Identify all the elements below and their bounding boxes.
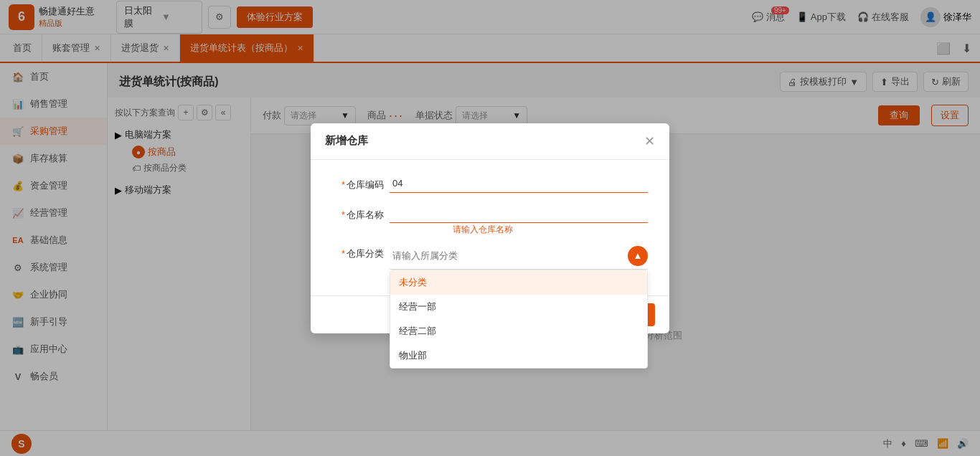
category-input-row: ▲ [390, 243, 648, 270]
dropdown-item-ops2[interactable]: 经营二部 [390, 319, 647, 343]
dropdown-item-property[interactable]: 物业部 [390, 343, 647, 368]
modal-close-button[interactable]: ✕ [644, 133, 655, 149]
dropdown-item-unclassified[interactable]: 未分类 [390, 270, 647, 295]
code-field-row: *仓库编码 [332, 174, 648, 193]
modal-body: *仓库编码 *仓库名称 请输入仓库名称 *仓库分类 [311, 160, 669, 295]
category-label: *仓库分类 [332, 243, 390, 260]
name-input-wrapper: 请输入仓库名称 [390, 204, 648, 223]
modal-header: 新增仓库 ✕ [311, 123, 669, 160]
name-error-message: 请输入仓库名称 [453, 224, 513, 236]
category-dropdown: 未分类 经营一部 经营二部 物业部 [390, 270, 648, 369]
modal-overlay[interactable]: 新增仓库 ✕ *仓库编码 *仓库名称 请输入仓库名称 [0, 0, 980, 456]
new-warehouse-modal: 新增仓库 ✕ *仓库编码 *仓库名称 请输入仓库名称 [311, 123, 669, 333]
category-toggle-button[interactable]: ▲ [628, 246, 648, 266]
dropdown-item-ops1[interactable]: 经营一部 [390, 295, 647, 319]
name-input[interactable] [390, 204, 648, 223]
name-field-row: *仓库名称 请输入仓库名称 [332, 204, 648, 223]
category-input[interactable] [390, 247, 625, 265]
name-label: *仓库名称 [332, 204, 390, 222]
modal-title: 新增仓库 [325, 134, 368, 148]
code-input[interactable] [390, 174, 648, 193]
category-field-row: *仓库分类 ▲ 未分类 经营一部 经营二部 物业部 [332, 243, 648, 270]
category-wrapper: ▲ 未分类 经营一部 经营二部 物业部 [390, 243, 648, 270]
code-label: *仓库编码 [332, 174, 390, 191]
